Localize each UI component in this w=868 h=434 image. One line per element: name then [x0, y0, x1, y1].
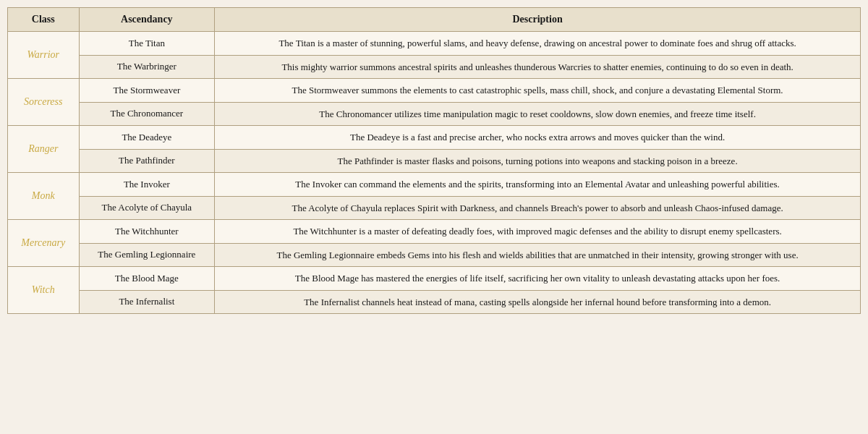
description-cell: The Invoker can command the elements and… [215, 173, 861, 197]
ascendancy-cell: The Titan [79, 32, 215, 56]
description-cell: The Acolyte of Chayula replaces Spirit w… [215, 196, 861, 220]
header-description: Description [215, 8, 861, 32]
ascendancy-cell: The Acolyte of Chayula [79, 196, 215, 220]
class-table: Class Ascendancy Description WarriorThe … [7, 7, 861, 314]
class-cell: Ranger [8, 126, 80, 173]
header-class: Class [8, 8, 80, 32]
table-row: RangerThe DeadeyeThe Deadeye is a fast a… [8, 126, 861, 150]
table-row: The ChronomancerThe Chronomancer utilize… [8, 102, 861, 126]
ascendancy-cell: The Witchhunter [79, 220, 215, 244]
class-cell: Warrior [8, 32, 80, 79]
description-cell: The Stormweaver summons the elements to … [215, 79, 861, 103]
ascendancy-cell: The Blood Mage [79, 267, 215, 291]
description-cell: The Pathfinder is master flasks and pois… [215, 149, 861, 173]
table-row: SorceressThe StormweaverThe Stormweaver … [8, 79, 861, 103]
ascendancy-cell: The Warbringer [79, 55, 215, 79]
ascendancy-cell: The Chronomancer [79, 102, 215, 126]
table-row: The WarbringerThis mighty warrior summon… [8, 55, 861, 79]
ascendancy-cell: The Invoker [79, 173, 215, 197]
ascendancy-cell: The Gemling Legionnaire [79, 243, 215, 267]
description-cell: The Chronomancer utilizes time manipulat… [215, 102, 861, 126]
description-cell: This mighty warrior summons ancestral sp… [215, 55, 861, 79]
ascendancy-cell: The Deadeye [79, 126, 215, 150]
description-cell: The Titan is a master of stunning, power… [215, 32, 861, 56]
class-cell: Witch [8, 267, 80, 314]
table-row: WitchThe Blood MageThe Blood Mage has ma… [8, 267, 861, 291]
description-cell: The Gemling Legionnaire embeds Gems into… [215, 243, 861, 267]
table-row: The Gemling LegionnaireThe Gemling Legio… [8, 243, 861, 267]
ascendancy-cell: The Stormweaver [79, 79, 215, 103]
class-cell: Monk [8, 173, 80, 220]
ascendancy-cell: The Infernalist [79, 290, 215, 314]
table-row: WarriorThe TitanThe Titan is a master of… [8, 32, 861, 56]
description-cell: The Deadeye is a fast and precise archer… [215, 126, 861, 150]
class-cell: Sorceress [8, 79, 80, 126]
description-cell: The Blood Mage has mastered the energies… [215, 267, 861, 291]
description-cell: The Witchhunter is a master of defeating… [215, 220, 861, 244]
table-row: The InfernalistThe Infernalist channels … [8, 290, 861, 314]
table-row: MercenaryThe WitchhunterThe Witchhunter … [8, 220, 861, 244]
class-cell: Mercenary [8, 220, 80, 267]
table-row: MonkThe InvokerThe Invoker can command t… [8, 173, 861, 197]
ascendancy-cell: The Pathfinder [79, 149, 215, 173]
table-row: The Acolyte of ChayulaThe Acolyte of Cha… [8, 196, 861, 220]
table-row: The PathfinderThe Pathfinder is master f… [8, 149, 861, 173]
header-ascendancy: Ascendancy [79, 8, 215, 32]
description-cell: The Infernalist channels heat instead of… [215, 290, 861, 314]
